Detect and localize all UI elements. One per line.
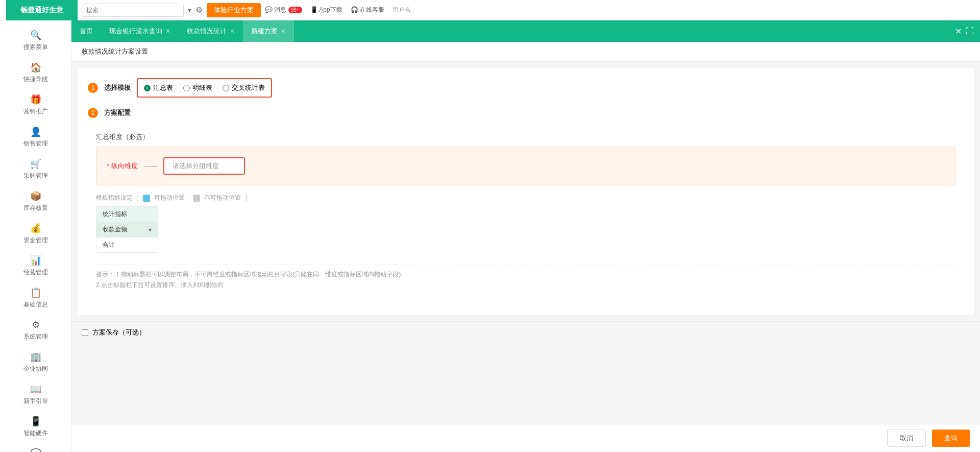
- main-layout: 🔍 搜索菜单 🏠 快捷导航 🎁 营销推广 👤 销售管理 🛒 采购管理 📦 库存核…: [0, 20, 980, 452]
- tab-bar: 首页 现金银行流水查询 ✕ 收款情况统计 ✕ 新建方案 ✕ ✕ ⛶: [71, 20, 980, 42]
- cancel-button[interactable]: 取消: [887, 430, 926, 447]
- step2-section: 2 方案配置 汇总维度（必选） * 纵向维度 —— 请选择分组维度: [88, 108, 964, 305]
- tab-receipt-stats-close[interactable]: ✕: [230, 28, 235, 35]
- template-selection: 汇总表 明细表 交叉统计表: [137, 78, 272, 98]
- sidebar-label-operations: 经营管理: [23, 268, 48, 277]
- radio-summary-input[interactable]: [144, 85, 151, 91]
- gift-icon: 🎁: [30, 94, 41, 105]
- radio-cross-label: 交叉统计表: [232, 83, 265, 92]
- user-icon: 👤: [30, 126, 41, 137]
- sidebar-item-quick-nav[interactable]: 🏠 快捷导航: [0, 57, 71, 89]
- radio-cross-input[interactable]: [223, 85, 229, 91]
- radio-cross[interactable]: 交叉统计表: [223, 83, 265, 92]
- sidebar-label-hardware: 智能硬件: [23, 429, 48, 438]
- hint-2: 2.点击标题栏下拉可设置排序、插入列和删除列: [96, 281, 955, 290]
- content-area: 首页 现金银行流水查询 ✕ 收款情况统计 ✕ 新建方案 ✕ ✕ ⛶ 收款情况统计…: [71, 20, 980, 452]
- sidebar-item-guide[interactable]: 📖 新手引导: [0, 378, 71, 411]
- dim-title: 汇总维度（必选）: [96, 132, 955, 141]
- radio-summary-label: 汇总表: [153, 83, 173, 92]
- page-content: 收款情况统计方案设置 1 选择模板 汇总表 明细表: [71, 42, 980, 424]
- radio-summary[interactable]: 汇总表: [144, 83, 173, 92]
- logo: 畅捷通好生意: [6, 0, 78, 20]
- save-checkbox[interactable]: [82, 329, 88, 336]
- stats-col-dropdown-icon[interactable]: ▾: [149, 226, 152, 233]
- sidebar-label-marketing: 营销推广: [23, 107, 48, 116]
- building-icon: 🏢: [30, 351, 41, 363]
- vertical-dim-row: * 纵向维度 —— 请选择分组维度: [107, 157, 945, 175]
- app-download[interactable]: 📱 App下载: [310, 6, 342, 14]
- tab-bank-flow[interactable]: 现金银行流水查询 ✕: [101, 20, 179, 42]
- sidebar-item-inventory[interactable]: 📦 库存核算: [0, 185, 71, 218]
- step1-badge: 1: [88, 83, 98, 93]
- sidebar-item-purchase[interactable]: 🛒 采购管理: [0, 153, 71, 185]
- sidebar-label-enterprise: 企业协同: [23, 365, 48, 373]
- query-button[interactable]: 查询: [932, 430, 970, 447]
- step2-label: 方案配置: [104, 108, 131, 117]
- top-bar: 畅捷通好生意 ▾ ⚙ 体验行业方案 💬 消息 99+ 📱 App下载 🎧 在线客…: [0, 0, 980, 20]
- sidebar-label-quick-nav: 快捷导航: [23, 75, 48, 84]
- sidebar-label-guide: 新手引导: [23, 397, 48, 406]
- sidebar-label-system: 系统管理: [23, 332, 48, 341]
- step2-header: 2 方案配置: [88, 108, 964, 118]
- save-label[interactable]: 方案保存（可选）: [92, 328, 145, 337]
- box-icon: 📦: [30, 191, 41, 202]
- sidebar-label-basic-info: 基础信息: [23, 300, 48, 309]
- sidebar-item-hardware[interactable]: 📱 智能硬件: [0, 411, 71, 443]
- sidebar-item-finance[interactable]: 💰 资金管理: [0, 218, 71, 250]
- sidebar-item-basic-info[interactable]: 📋 基础信息: [0, 282, 71, 314]
- user-info[interactable]: 用户名: [393, 6, 411, 14]
- drag-dot-blue: [143, 195, 150, 202]
- radio-detail[interactable]: 明细表: [183, 83, 212, 92]
- sidebar-item-marketing[interactable]: 🎁 营销推广: [0, 89, 71, 121]
- sidebar-item-sales[interactable]: 👤 销售管理: [0, 121, 71, 153]
- tab-bank-flow-label: 现金银行流水查询: [109, 27, 162, 36]
- sidebar-item-system[interactable]: ⚙ 系统管理: [0, 314, 71, 346]
- search-icon: 🔍: [30, 30, 41, 41]
- stats-header: 统计指标: [96, 207, 158, 222]
- tab-receipt-stats-label: 收款情况统计: [187, 27, 227, 36]
- tab-new-plan-close[interactable]: ✕: [281, 28, 286, 35]
- stats-body: 合计: [96, 237, 158, 252]
- book-icon: 📖: [30, 384, 41, 395]
- radio-detail-input[interactable]: [183, 85, 190, 91]
- step1-row: 1 选择模板 汇总表 明细表 交叉统计表: [88, 78, 964, 98]
- tab-bank-flow-close[interactable]: ✕: [165, 28, 170, 35]
- sidebar-item-enterprise[interactable]: 🏢 企业协同: [0, 346, 71, 378]
- step2-badge: 2: [88, 108, 98, 118]
- notification-area[interactable]: 💬 消息 99+: [265, 6, 302, 14]
- tab-home[interactable]: 首页: [71, 20, 101, 42]
- notification-badge: 99+: [288, 7, 302, 13]
- footer-bar: 取消 查询: [71, 424, 980, 452]
- page-title: 收款情况统计方案设置: [82, 47, 148, 55]
- radio-detail-label: 明细表: [192, 83, 212, 92]
- no-drag-label: 不可拖动位置: [204, 194, 241, 202]
- tab-expand-icon[interactable]: ⛶: [966, 27, 974, 36]
- save-section: 方案保存（可选）: [71, 321, 980, 343]
- stats-col-header[interactable]: 收款金额 ▾: [96, 222, 158, 237]
- cart-icon: 🛒: [30, 158, 41, 170]
- sidebar-item-search-menu[interactable]: 🔍 搜索菜单: [0, 25, 71, 57]
- online-chat[interactable]: 🎧 在线客服: [351, 6, 384, 14]
- tab-close-all-icon[interactable]: ✕: [955, 27, 962, 36]
- sidebar-item-wechat[interactable]: 💬 企业微信: [0, 443, 71, 452]
- sidebar-label-inventory: 库存核算: [23, 204, 48, 212]
- sidebar-item-operations[interactable]: 📊 经营管理: [0, 250, 71, 282]
- top-bar-right: 💬 消息 99+ 📱 App下载 🎧 在线客服 用户名: [265, 6, 411, 14]
- select-dim-dropdown[interactable]: 请选择分组维度: [163, 157, 245, 175]
- hint-text: 提示： 1.拖动标题栏可以调整布局，不可跨维度或指标区域拖动栏目字段(只能在同一…: [96, 265, 955, 297]
- step1-label: 选择模板: [104, 83, 131, 92]
- tab-new-plan-label: 新建方案: [251, 27, 278, 36]
- drag-label: 可拖动位置: [154, 194, 185, 202]
- drag-hint: 模板指标设定（ 可拖动位置 不可拖动位置 ）: [96, 194, 955, 202]
- gear-icon[interactable]: ⚙: [195, 5, 203, 15]
- drag-dot-gray: [193, 195, 200, 202]
- tab-new-plan[interactable]: 新建方案 ✕: [243, 20, 294, 42]
- stats-header-label: 统计指标: [103, 210, 127, 219]
- stats-table: 统计指标 收款金额 ▾ 合计: [96, 206, 158, 253]
- tab-receipt-stats[interactable]: 收款情况统计 ✕: [179, 20, 243, 42]
- phone-icon: 📱: [30, 416, 41, 427]
- search-input[interactable]: [82, 4, 184, 17]
- select-dim-placeholder: 请选择分组维度: [173, 162, 219, 170]
- chevron-down-icon[interactable]: ▾: [188, 6, 191, 14]
- industry-btn[interactable]: 体验行业方案: [207, 3, 261, 17]
